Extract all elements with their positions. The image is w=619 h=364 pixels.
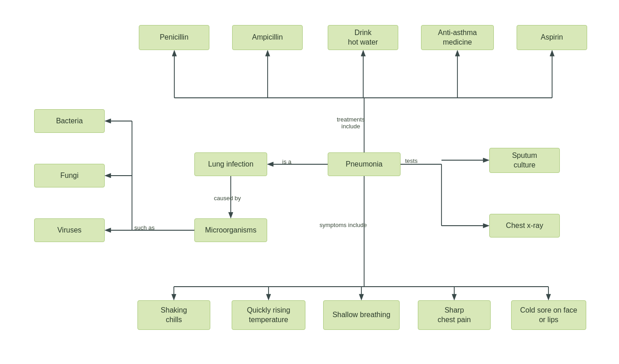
node-bacteria: Bacteria [34,109,105,133]
label-such-as: such as [134,224,155,231]
label-tests: tests [405,157,417,164]
label-is-a: is a [282,158,291,165]
label-symptoms-include: symptoms include [320,222,367,228]
node-shallow-breathing: Shallow breathing [323,300,400,330]
node-anti-asthma: Anti-asthma medicine [421,25,494,50]
node-chest-xray: Chest x-ray [489,214,560,238]
node-ampicillin: Ampicillin [232,25,303,50]
node-aspirin: Aspirin [517,25,587,50]
label-caused-by: caused by [214,195,241,202]
node-penicillin: Penicillin [139,25,209,50]
node-fungi: Fungi [34,164,105,187]
concept-map: Pneumonia Lung infection Microorganisms … [0,0,619,364]
node-pneumonia: Pneumonia [328,152,401,176]
label-treatments-include: treatments include [337,109,365,130]
node-shaking-chills: Shaking chills [137,300,210,330]
node-drink-hot-water: Drink hot water [328,25,398,50]
node-cold-sore: Cold sore on face or lips [511,300,586,330]
node-sputum-culture: Sputum culture [489,148,560,173]
node-quickly-rising: Quickly rising temperature [232,300,305,330]
node-microorganisms: Microorganisms [194,218,267,242]
node-viruses: Viruses [34,218,105,242]
node-lung-infection: Lung infection [194,152,267,176]
node-sharp-chest-pain: Sharp chest pain [418,300,491,330]
